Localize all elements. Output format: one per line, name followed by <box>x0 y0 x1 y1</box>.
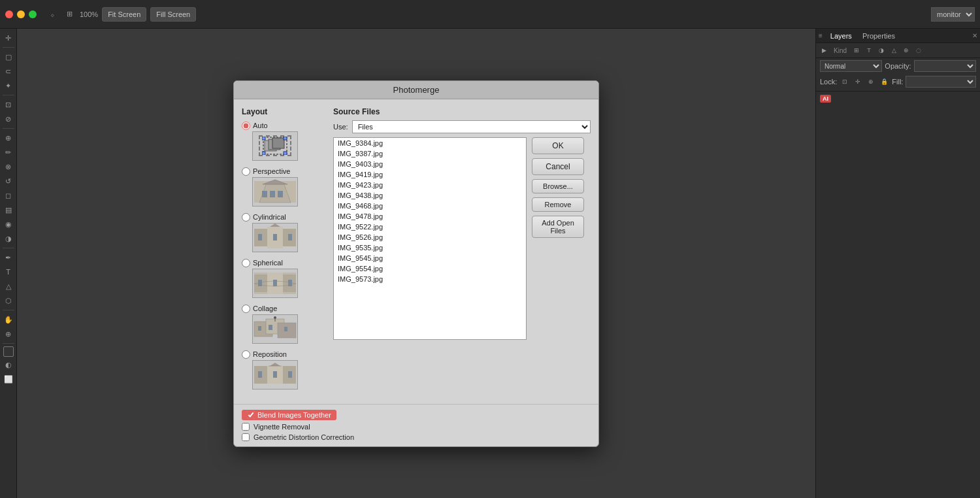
svg-rect-32 <box>269 325 272 330</box>
browse-button[interactable]: Browse... <box>532 179 584 193</box>
layout-title: Layout <box>242 107 327 116</box>
move-tool-icon[interactable]: ✛ <box>2 31 15 44</box>
adjust-filter-icon[interactable]: ◑ <box>876 45 887 56</box>
cylindrical-radio-row[interactable]: Cylindrical <box>242 213 286 222</box>
vignette-checkbox[interactable] <box>242 423 250 431</box>
crop-tool-icon[interactable]: ⊡ <box>2 98 15 111</box>
spherical-radio-row[interactable]: Spherical <box>242 259 283 267</box>
toolbar-divider-4 <box>3 248 14 248</box>
list-item[interactable]: IMG_9387.jpg <box>334 148 526 159</box>
brush-tool-icon[interactable]: ✏ <box>2 146 15 159</box>
list-item[interactable]: IMG_9554.jpg <box>334 263 526 274</box>
spherical-radio[interactable] <box>242 259 250 267</box>
blend-images-row: Blend Images Together <box>242 410 591 420</box>
blend-label-box[interactable]: Blend Images Together <box>242 410 336 420</box>
shape-tool-icon[interactable]: △ <box>2 280 15 293</box>
remove-button[interactable]: Remove <box>532 197 584 212</box>
eyedropper-icon[interactable]: ⊘ <box>2 112 15 125</box>
list-item[interactable]: IMG_9384.jpg <box>334 138 526 148</box>
ok-button[interactable]: OK <box>532 137 584 154</box>
lock-all-icon[interactable]: 🔒 <box>879 76 889 87</box>
hand-tool-icon[interactable]: ✋ <box>2 313 15 326</box>
screen-mode-icon[interactable]: ⬜ <box>2 373 15 386</box>
use-row: Use: Files <box>333 120 591 133</box>
use-label: Use: <box>333 123 348 131</box>
auto-radio-row[interactable]: Auto <box>242 122 268 130</box>
dodge-tool-icon[interactable]: ◑ <box>2 232 15 245</box>
smart-filter-icon[interactable]: ◌ <box>913 45 924 56</box>
fill-screen-button[interactable]: Fill Screen <box>150 7 196 22</box>
opacity-select[interactable] <box>914 60 976 72</box>
options-icon[interactable]: ⊞ <box>63 8 76 21</box>
list-item[interactable]: IMG_9478.jpg <box>334 211 526 222</box>
add-open-files-button[interactable]: Add Open Files <box>532 216 584 238</box>
fill-select[interactable] <box>906 76 976 88</box>
list-item[interactable]: IMG_9526.jpg <box>334 232 526 242</box>
opacity-label: Opacity: <box>885 62 911 70</box>
shape-filter-icon[interactable]: △ <box>889 45 899 56</box>
reposition-thumbnail <box>252 360 298 390</box>
list-item[interactable]: IMG_9419.jpg <box>334 169 526 180</box>
monitor-select[interactable]: monitor <box>931 7 975 22</box>
clone-stamp-icon[interactable]: ⊗ <box>2 160 15 173</box>
magic-wand-icon[interactable]: ✦ <box>2 79 15 92</box>
zoom-tool-icon[interactable]: ⊕ <box>2 327 15 340</box>
list-item[interactable]: IMG_9573.jpg <box>334 274 526 284</box>
pen-tool-icon[interactable]: ✒ <box>2 251 15 264</box>
tab-layers[interactable]: Layers <box>825 31 857 41</box>
tab-properties[interactable]: Properties <box>857 31 900 41</box>
use-select[interactable]: Files <box>352 120 591 133</box>
path-select-icon[interactable]: ⬡ <box>2 294 15 307</box>
reposition-radio-row[interactable]: Reposition <box>242 350 287 359</box>
list-item[interactable]: IMG_9545.jpg <box>334 253 526 263</box>
eraser-tool-icon[interactable]: ◻ <box>2 189 15 202</box>
cylindrical-radio[interactable] <box>242 213 250 222</box>
list-item[interactable]: IMG_9522.jpg <box>334 222 526 232</box>
type-filter-icon[interactable]: T <box>864 45 874 56</box>
collage-radio[interactable] <box>242 305 250 313</box>
layout-item-spherical: Spherical <box>242 259 327 302</box>
select-tool-icon[interactable]: ▢ <box>2 50 15 63</box>
lock-artboards-icon[interactable]: ⊕ <box>866 76 876 87</box>
list-item[interactable]: IMG_9535.jpg <box>334 242 526 253</box>
blend-images-checkbox[interactable] <box>247 411 255 419</box>
list-item[interactable]: IMG_9423.jpg <box>334 180 526 190</box>
history-brush-icon[interactable]: ↺ <box>2 174 15 188</box>
cancel-button[interactable]: Cancel <box>532 158 584 175</box>
lock-pixels-icon[interactable]: ⊡ <box>840 76 850 87</box>
vignette-row: Vignette Removal <box>242 423 591 431</box>
close-button[interactable] <box>5 10 13 18</box>
lasso-tool-icon[interactable]: ⊂ <box>2 65 15 78</box>
foreground-color-icon[interactable] <box>3 346 14 357</box>
gradient-tool-icon[interactable]: ▤ <box>2 203 15 216</box>
triangle-play-icon[interactable]: ▶ <box>819 45 829 56</box>
svg-rect-11 <box>270 191 275 197</box>
blur-tool-icon[interactable]: ◉ <box>2 218 15 231</box>
text-tool-icon[interactable]: T <box>2 265 15 278</box>
list-item[interactable]: IMG_9438.jpg <box>334 190 526 201</box>
panel-close-icon[interactable]: ✕ <box>972 32 977 39</box>
fit-screen-button[interactable]: Fit Screen <box>102 7 146 22</box>
blend-mode-select[interactable]: Normal <box>820 60 882 72</box>
lock-position-icon[interactable]: ✛ <box>853 76 863 87</box>
list-item[interactable]: IMG_9468.jpg <box>334 201 526 211</box>
healing-brush-icon[interactable]: ⊕ <box>2 131 15 144</box>
ai-badge: AI <box>820 95 831 103</box>
file-list[interactable]: IMG_9384.jpgIMG_9387.jpgIMG_9403.jpgIMG_… <box>333 137 527 340</box>
list-item[interactable]: IMG_9403.jpg <box>334 159 526 169</box>
perspective-radio[interactable] <box>242 167 250 176</box>
maximize-button[interactable] <box>29 10 37 18</box>
auto-radio[interactable] <box>242 122 250 130</box>
tool-selector-icon[interactable]: ⬦ <box>46 8 59 21</box>
right-panel: ≡ Layers Properties ✕ ▶ Kind ⊞ T ◑ △ ⊕ ◌… <box>815 29 980 498</box>
pixel-filter-icon[interactable]: ⊕ <box>901 45 911 56</box>
collapse-icon[interactable]: ≡ <box>819 32 823 39</box>
geometric-checkbox[interactable] <box>242 433 250 441</box>
perspective-radio-row[interactable]: Perspective <box>242 167 290 176</box>
minimize-button[interactable] <box>17 10 25 18</box>
filter-kind-icon[interactable]: ⊞ <box>851 45 862 56</box>
collage-radio-row[interactable]: Collage <box>242 305 277 313</box>
quick-mask-icon[interactable]: ◐ <box>2 358 15 371</box>
svg-point-35 <box>274 316 276 319</box>
reposition-radio[interactable] <box>242 350 250 359</box>
